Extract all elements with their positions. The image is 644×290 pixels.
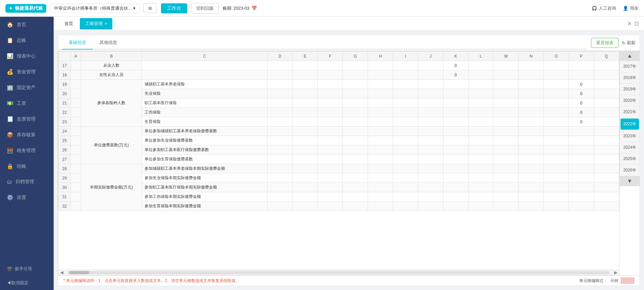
col-header-h: H — [368, 52, 393, 61]
page-content: 基础信息 其他信息 重置报表 ↻ 刷新 — [54, 31, 644, 290]
year-items: 2017年2018年2019年2020年2021年2022年2023年2024年… — [620, 61, 640, 176]
sub-tab-basic[interactable]: 基础信息 — [62, 36, 93, 50]
sidebar-item-ledger[interactable]: 📋 总账 — [0, 32, 54, 48]
col-header-j: J — [418, 52, 443, 61]
tab-close-icon[interactable]: × — [105, 21, 107, 26]
spreadsheet-container[interactable]: A B C D E F G H I J — [58, 51, 619, 270]
reset-report-button[interactable]: 重置报表 — [591, 38, 619, 48]
finance-icon: 💰 — [7, 69, 13, 75]
table-row[interactable]: 29参加失业保险本期实际缴费金额 — [59, 173, 619, 183]
unfix-button[interactable]: ◀取消固定 — [0, 276, 54, 290]
copy-button[interactable]: ⊞ — [143, 3, 157, 13]
dropdown-icon: ▾ — [133, 6, 136, 11]
table-row[interactable]: 26单位参加职工基本医疗保险缴费基数 — [59, 145, 619, 155]
company-selector[interactable]: 中审众环会计师事务所（特殊普通合伙... ▾ — [50, 4, 139, 13]
user-icon: 👤 — [623, 6, 628, 11]
col-header-n: N — [519, 52, 544, 61]
logo-text: 畅捷通易代账 — [15, 5, 43, 11]
col-header-p: P — [569, 52, 594, 61]
header-right: 🎧 人工咨询 👤 用友 — [592, 5, 639, 11]
edited-label: 单元格编辑过： — [579, 278, 607, 284]
refresh-button[interactable]: ↻ 刷新 — [622, 40, 636, 46]
table-row[interactable]: 21职工基本医疗保险0 — [59, 98, 619, 108]
tax-icon: 🧮 — [7, 147, 13, 154]
year-item[interactable]: 2025年 — [620, 153, 640, 165]
example-label: 示例 — [610, 278, 618, 284]
table-row[interactable]: 32参加生育保险本期实际缴费金额 — [59, 202, 619, 211]
year-item[interactable]: 2021年 — [620, 106, 640, 118]
new-guide-button[interactable]: 🎬 新手引导 — [0, 262, 54, 276]
table-row[interactable]: 19参保各险种人数城镇职工基本养老保险0 — [59, 80, 619, 89]
sidebar-item-assets[interactable]: 🏢 固定资产 — [0, 80, 54, 95]
col-header-b: B — [81, 52, 142, 61]
year-item[interactable]: 2024年 — [620, 142, 640, 153]
col-header-d: D — [267, 52, 292, 61]
sidebar: 🏠 首页 📋 总账 📊 报表中心 💰 资金管理 🏢 固定资产 💵 工资 🧾 发票… — [0, 17, 54, 290]
sidebar-item-report[interactable]: 📊 报表中心 — [0, 48, 54, 64]
spreadsheet-table: A B C D E F G H I J — [58, 51, 619, 211]
table-row[interactable]: 17从业人数0 — [59, 61, 619, 70]
table-row[interactable]: 22工伤保险0 — [59, 108, 619, 117]
table-row[interactable]: 28本期实际缴费金额(万元)参加城镇职工基本养老保险本期实际缴费金额 — [59, 164, 619, 173]
scroll-track — [68, 271, 610, 274]
sidebar-item-invoice[interactable]: 🧾 发票管理 — [0, 111, 54, 127]
year-panel-up[interactable]: ▲ — [620, 51, 640, 61]
table-row[interactable]: 31参加工伤保险本期实际缴费金额 — [59, 192, 619, 202]
sidebar-item-settings[interactable]: ⚙️ 设置 — [0, 190, 54, 205]
table-row[interactable]: 27单位参加生育保险缴费基数 — [59, 155, 619, 164]
period-display: 账期 2023-03 📅 — [223, 5, 257, 11]
sidebar-item-salary[interactable]: 💵 工资 — [0, 95, 54, 111]
horizontal-scrollbar[interactable]: ◀ ▶ — [58, 270, 619, 275]
user-button[interactable]: 👤 用友 — [623, 5, 639, 11]
spreadsheet-wrapper: A B C D E F G H I J — [58, 51, 620, 275]
invoice-icon: 🧾 — [7, 116, 13, 122]
col-header-i: I — [393, 52, 418, 61]
scroll-right-icon[interactable]: ▶ — [612, 270, 619, 275]
scroll-left-icon[interactable]: ◀ — [58, 270, 65, 275]
col-header-k: K — [443, 52, 468, 61]
sidebar-item-inventory[interactable]: 📦 库存核算 — [0, 127, 54, 143]
old-version-button[interactable]: 切到旧版 — [191, 3, 219, 14]
toolbar: 重置报表 ↻ 刷新 — [587, 35, 640, 51]
sidebar-item-home[interactable]: 🏠 首页 — [0, 17, 54, 32]
period-value: 2023-03 — [233, 6, 250, 11]
table-row[interactable]: 30参加职工基本医疗保险本期实际缴费金额 — [59, 183, 619, 192]
year-panel-down[interactable]: ▼ — [620, 176, 640, 186]
year-item[interactable]: 2019年 — [620, 84, 640, 95]
sidebar-item-finance[interactable]: 💰 资金管理 — [0, 64, 54, 80]
year-item[interactable]: 2018年 — [620, 72, 640, 84]
app-logo: ✦ 畅捷通易代账 — [5, 4, 46, 13]
col-header-f: F — [318, 52, 343, 61]
table-row[interactable]: 18女性从业人员0 — [59, 70, 619, 80]
service-button[interactable]: 🎧 人工咨询 — [592, 5, 616, 11]
gear-icon: ⚙️ — [7, 194, 13, 201]
year-item[interactable]: 2017年 — [620, 61, 640, 72]
year-item[interactable]: 2026年 — [620, 165, 640, 176]
guide-icon: 🎬 — [7, 267, 12, 272]
year-item[interactable]: 2020年 — [620, 95, 640, 106]
col-header-e: E — [292, 52, 318, 61]
year-item[interactable]: 2022年 — [621, 119, 639, 130]
tab-business-mgmt[interactable]: 工商管理 × — [80, 18, 112, 29]
table-row[interactable]: 23生育保险0 — [59, 117, 619, 127]
sub-tabs: 基础信息 其他信息 — [58, 36, 587, 50]
col-header-num — [59, 52, 71, 61]
sidebar-item-close[interactable]: 🔒 结账 — [0, 158, 54, 174]
table-row[interactable]: 20失业保险0 — [59, 89, 619, 98]
window-maximize-icon[interactable]: ⊡ — [634, 20, 639, 27]
col-header-g: G — [343, 52, 368, 61]
sidebar-item-archive[interactable]: 🗂 归档管理 — [0, 174, 54, 190]
year-item[interactable]: 2023年 — [620, 131, 640, 142]
sidebar-item-tax[interactable]: 🧮 税务管理 — [0, 143, 54, 158]
workbench-button[interactable]: 工作台 — [161, 3, 187, 13]
assets-icon: 🏢 — [7, 84, 13, 91]
window-close-icon[interactable]: ✕ — [627, 20, 632, 27]
content-main: A B C D E F G H I J — [58, 51, 640, 275]
table-row[interactable]: 25单位参加失业保险缴费基数 — [59, 136, 619, 145]
right-panel: ▲ 2017年2018年2019年2020年2021年2022年2023年202… — [620, 51, 640, 275]
calendar-icon[interactable]: 📅 — [252, 6, 257, 11]
col-header-c: C — [142, 52, 267, 61]
tab-home[interactable]: 首页 — [59, 18, 78, 29]
sub-tab-other[interactable]: 其他信息 — [93, 36, 124, 50]
table-row[interactable]: 24单位缴费基数(万元)单位参加城镇职工基本养老保险缴费基数 — [59, 127, 619, 136]
